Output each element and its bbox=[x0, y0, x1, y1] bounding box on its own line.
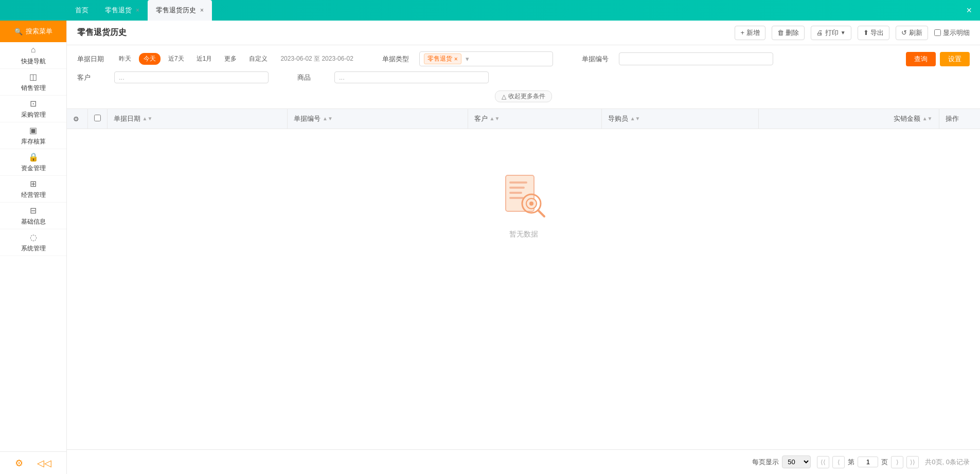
th-number-label: 单据编号 bbox=[294, 114, 320, 123]
sidebar-item-sales-label: 销售管理 bbox=[21, 84, 46, 93]
date-range-text: 2023-06-02 至 2023-06-02 bbox=[280, 54, 353, 63]
tab-retail-return-history-close[interactable]: × bbox=[200, 7, 204, 14]
doc-number-label: 单据编号 bbox=[582, 54, 611, 64]
select-all-checkbox[interactable] bbox=[94, 115, 101, 121]
collapse-button[interactable]: △ 收起更多条件 bbox=[495, 90, 552, 102]
main-content: 零售退货历史 + 新增 🗑 删除 🖨 打印 ▼ ⬆ 导出 ↺ 刷新 显示明细 bbox=[67, 21, 980, 474]
data-table: ⚙ 单据日期 ▲▼ 单据编号 ▲▼ bbox=[67, 109, 980, 280]
th-checkbox bbox=[87, 109, 107, 129]
th-settings: ⚙ bbox=[67, 109, 87, 129]
date-btn-yesterday[interactable]: 昨天 bbox=[114, 53, 136, 65]
doc-type-label: 单据类型 bbox=[382, 54, 411, 64]
table-body: 暂无数据 bbox=[67, 129, 980, 281]
last-page-button[interactable]: ⟩⟩ bbox=[906, 456, 919, 468]
page-size-container: 每页显示 20 50 100 200 bbox=[752, 455, 811, 468]
table-settings-icon[interactable]: ⚙ bbox=[73, 115, 79, 123]
empty-state-icon bbox=[498, 170, 549, 222]
filter-row-1: 单据日期 昨天 今天 近7天 近1月 更多 自定义 2023-06-02 至 2… bbox=[77, 51, 970, 66]
print-button-label: 🖨 打印 bbox=[816, 28, 839, 38]
sidebar-item-inventory[interactable]: ▣ 库存核算 bbox=[0, 122, 66, 149]
search-menu-button[interactable]: 🔍 搜索菜单 bbox=[0, 21, 66, 42]
per-page-select[interactable]: 20 50 100 200 bbox=[782, 455, 811, 468]
doc-type-select[interactable]: 零售退货 × ▾ bbox=[419, 51, 553, 66]
refresh-button[interactable]: ↺ 刷新 bbox=[896, 26, 928, 40]
th-amount: 实销金额 ▲▼ bbox=[758, 109, 939, 129]
delete-button-label: 🗑 删除 bbox=[777, 28, 799, 38]
customer-sort-icon[interactable]: ▲▼ bbox=[490, 116, 500, 121]
tab-home[interactable]: 首页 bbox=[67, 0, 97, 21]
guide-sort-icon[interactable]: ▲▼ bbox=[630, 116, 640, 121]
tab-home-label: 首页 bbox=[75, 6, 88, 15]
date-label: 单据日期 bbox=[77, 54, 106, 64]
doc-type-chevron-icon: ▾ bbox=[466, 55, 469, 63]
empty-state-row: 暂无数据 bbox=[67, 129, 980, 281]
search-menu-label: 搜索菜单 bbox=[26, 27, 52, 36]
inventory-icon: ▣ bbox=[28, 125, 39, 135]
amount-sort-icon[interactable]: ▲▼ bbox=[922, 116, 933, 121]
table-head: ⚙ 单据日期 ▲▼ 单据编号 ▲▼ bbox=[67, 109, 980, 129]
th-customer-label: 客户 bbox=[474, 114, 488, 123]
display-detail-checkbox[interactable] bbox=[934, 29, 941, 36]
sidebar-item-quick-nav[interactable]: ⌂ 快捷导航 bbox=[0, 42, 66, 69]
doc-type-tag-close[interactable]: × bbox=[454, 56, 458, 63]
page-title: 零售退货历史 bbox=[77, 27, 127, 38]
query-button[interactable]: 查询 bbox=[906, 52, 936, 66]
tab-retail-return[interactable]: 零售退货 × bbox=[97, 0, 148, 21]
th-actions-label: 操作 bbox=[946, 115, 959, 122]
customer-select[interactable]: ... bbox=[114, 71, 269, 83]
page-nav: ⟨⟨ ⟨ 第 页 ⟩ ⟩⟩ bbox=[817, 456, 919, 468]
page-header: 零售退货历史 + 新增 🗑 删除 🖨 打印 ▼ ⬆ 导出 ↺ 刷新 显示明细 bbox=[67, 21, 980, 45]
export-button[interactable]: ⬆ 导出 bbox=[858, 26, 890, 40]
date-btn-last7[interactable]: 近7天 bbox=[164, 53, 189, 65]
number-sort-icon[interactable]: ▲▼ bbox=[323, 116, 333, 121]
audio-icon[interactable]: ◁◁ bbox=[37, 458, 51, 469]
th-amount-label: 实销金额 bbox=[894, 114, 920, 123]
date-btn-more[interactable]: 更多 bbox=[220, 53, 241, 65]
date-sort-icon[interactable]: ▲▼ bbox=[142, 116, 153, 121]
date-btn-today[interactable]: 今天 bbox=[139, 53, 161, 65]
empty-state-cell: 暂无数据 bbox=[67, 129, 980, 281]
sidebar-item-system[interactable]: ◌ 系统管理 bbox=[0, 229, 66, 256]
refresh-button-label: ↺ 刷新 bbox=[901, 28, 922, 38]
display-detail-label: 显示明细 bbox=[943, 28, 970, 38]
doc-type-tag: 零售退货 × bbox=[424, 53, 461, 64]
new-button[interactable]: + 新增 bbox=[735, 26, 765, 40]
settings-gear-icon[interactable]: ⚙ bbox=[15, 458, 23, 469]
print-button[interactable]: 🖨 打印 ▼ bbox=[811, 26, 851, 40]
next-page-button[interactable]: ⟩ bbox=[891, 456, 903, 468]
pagination-bar: 每页显示 20 50 100 200 ⟨⟨ ⟨ 第 页 ⟩ ⟩⟩ 共0页, 0条… bbox=[67, 449, 980, 474]
sidebar: 🔍 搜索菜单 ⌂ 快捷导航 ◫ 销售管理 ⊡ 采购管理 ▣ 库存核算 🔒 资金管… bbox=[0, 21, 67, 474]
sidebar-item-sales[interactable]: ◫ 销售管理 bbox=[0, 69, 66, 96]
first-page-button[interactable]: ⟨⟨ bbox=[817, 456, 829, 468]
goods-label: 商品 bbox=[297, 73, 326, 82]
customer-placeholder: ... bbox=[119, 74, 124, 81]
th-date-label: 单据日期 bbox=[114, 114, 140, 123]
sidebar-bottom: ⚙ ◁◁ bbox=[0, 451, 66, 474]
page-number-input[interactable] bbox=[858, 457, 878, 467]
date-buttons: 昨天 今天 近7天 近1月 更多 自定义 bbox=[114, 53, 272, 65]
delete-button[interactable]: 🗑 删除 bbox=[772, 26, 805, 40]
filter-area: 单据日期 昨天 今天 近7天 近1月 更多 自定义 2023-06-02 至 2… bbox=[67, 45, 980, 109]
svg-line-7 bbox=[538, 210, 544, 216]
doc-number-input[interactable] bbox=[619, 52, 773, 65]
sidebar-item-finance[interactable]: 🔒 资金管理 bbox=[0, 149, 66, 176]
window-close-button[interactable]: × bbox=[966, 5, 972, 16]
filter-settings-button[interactable]: 设置 bbox=[940, 52, 970, 66]
sidebar-item-basic-info[interactable]: ⊟ 基础信息 bbox=[0, 203, 66, 229]
tab-retail-return-close[interactable]: × bbox=[136, 7, 139, 14]
svg-rect-4 bbox=[509, 197, 524, 199]
purchase-icon: ⊡ bbox=[28, 98, 39, 108]
date-btn-custom[interactable]: 自定义 bbox=[244, 53, 272, 65]
search-icon: 🔍 bbox=[14, 28, 23, 35]
finance-icon: 🔒 bbox=[28, 152, 39, 162]
sidebar-item-operations[interactable]: ⊞ 经营管理 bbox=[0, 176, 66, 203]
goods-select[interactable]: ... bbox=[334, 71, 489, 83]
svg-rect-3 bbox=[509, 192, 522, 194]
collapse-bar: △ 收起更多条件 bbox=[77, 88, 970, 104]
per-page-label: 每页显示 bbox=[752, 458, 779, 467]
tab-retail-return-history[interactable]: 零售退货历史 × bbox=[148, 0, 212, 21]
prev-page-button[interactable]: ⟨ bbox=[832, 456, 845, 468]
top-bar: 首页 零售退货 × 零售退货历史 × × bbox=[0, 0, 980, 21]
sidebar-item-purchase[interactable]: ⊡ 采购管理 bbox=[0, 96, 66, 122]
date-btn-last-month[interactable]: 近1月 bbox=[192, 53, 217, 65]
